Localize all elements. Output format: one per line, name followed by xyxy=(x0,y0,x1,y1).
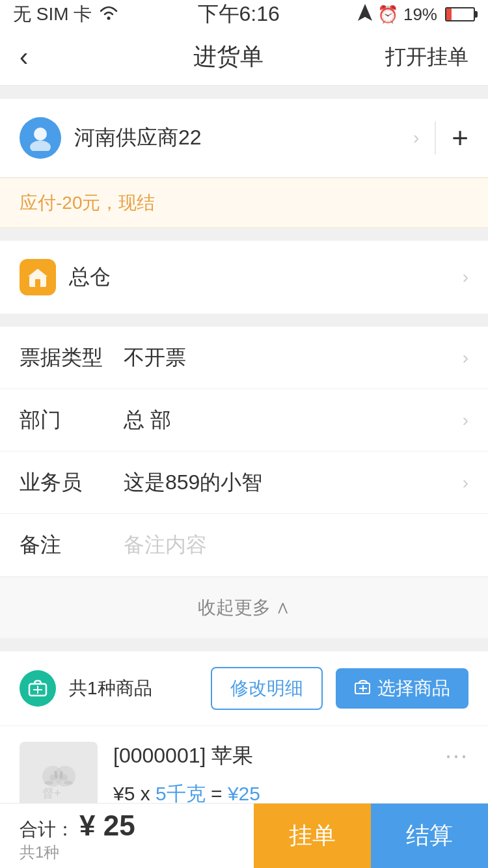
products-count: 共1种商品 xyxy=(69,676,198,701)
form-section: 票据类型 不开票 › 部门 总 部 › 业务员 这是859的小智 › 备注 备注… xyxy=(0,327,488,576)
status-bar: 无 SIM 卡 下午6:16 ⏰ 19% xyxy=(0,0,488,29)
product-name: [0000001] 苹果 xyxy=(113,742,429,770)
pending-label: 挂单 xyxy=(289,820,336,852)
svg-point-19 xyxy=(49,774,56,781)
back-button[interactable]: ‹ xyxy=(20,42,72,72)
supplier-divider xyxy=(435,122,436,154)
department-arrow-icon: › xyxy=(463,410,468,431)
footer-total: 合计： ¥ 25 共1种 xyxy=(0,809,254,863)
collapse-section[interactable]: 收起更多 ∧ xyxy=(0,576,488,638)
info-banner-text: 应付-20元，现结 xyxy=(20,193,155,213)
total-count: 共1种 xyxy=(20,842,234,863)
supplier-name: 河南供应商22 xyxy=(74,124,413,152)
invoice-type-label: 票据类型 xyxy=(20,344,111,372)
warehouse-arrow-icon: › xyxy=(463,267,468,288)
battery-icon xyxy=(445,7,475,21)
svg-point-3 xyxy=(30,141,51,151)
svg-point-20 xyxy=(61,774,68,781)
edit-detail-button[interactable]: 修改明细 xyxy=(211,667,323,710)
info-banner: 应付-20元，现结 xyxy=(0,178,488,228)
warehouse-icon xyxy=(20,259,56,295)
product-title: 苹果 xyxy=(211,744,253,767)
invoice-type-value: 不开票 xyxy=(111,344,463,372)
supplier-section: 河南供应商22 › + 应付-20元，现结 xyxy=(0,99,488,228)
battery-percent: 19% xyxy=(403,5,437,25)
svg-marker-5 xyxy=(28,269,47,277)
product-equals: = xyxy=(211,783,228,804)
total-amount: ¥ 25 xyxy=(79,809,135,842)
status-right: ⏰ 19% xyxy=(358,4,475,25)
alarm-icon: ⏰ xyxy=(377,5,398,25)
product-more-button[interactable]: ··· xyxy=(445,742,468,769)
product-id: [0000001] xyxy=(113,744,211,767)
status-time: 下午6:16 xyxy=(198,0,280,29)
salesperson-value: 这是859的小智 xyxy=(111,468,463,497)
svg-point-2 xyxy=(34,128,47,141)
svg-point-15 xyxy=(44,781,53,785)
status-left: 无 SIM 卡 xyxy=(13,2,119,27)
svg-rect-6 xyxy=(35,279,40,287)
page-title: 进货单 xyxy=(193,41,264,73)
svg-point-16 xyxy=(64,781,73,785)
select-product-label: 选择商品 xyxy=(377,676,450,701)
invoice-type-arrow-icon: › xyxy=(463,347,468,368)
pending-button[interactable]: 挂单 xyxy=(254,804,371,869)
department-row[interactable]: 部门 总 部 › xyxy=(0,389,488,452)
supplier-row[interactable]: 河南供应商22 › + xyxy=(0,99,488,178)
remarks-input[interactable]: 备注内容 xyxy=(111,531,468,560)
warehouse-row[interactable]: 总仓 › xyxy=(0,241,488,314)
salesperson-label: 业务员 xyxy=(20,468,111,497)
products-header: 共1种商品 修改明细 选择商品 xyxy=(0,651,488,726)
select-product-button[interactable]: 选择商品 xyxy=(336,668,468,709)
svg-text:督+: 督+ xyxy=(42,787,61,800)
salesperson-row[interactable]: 业务员 这是859的小智 › xyxy=(0,452,488,514)
open-pending-button[interactable]: 打开挂单 xyxy=(385,43,468,72)
supplier-avatar xyxy=(20,117,61,159)
product-total: ¥25 xyxy=(228,783,260,804)
department-label: 部门 xyxy=(20,406,111,435)
salesperson-arrow-icon: › xyxy=(463,472,468,493)
product-info: [0000001] 苹果 ¥5 x 5千克 = ¥25 xyxy=(113,742,429,807)
content: 河南供应商22 › + 应付-20元，现结 总仓 › 票据类型 不开票 › 部门 xyxy=(0,99,488,868)
product-unit-price: ¥5 x xyxy=(113,783,156,804)
carrier-label: 无 SIM 卡 xyxy=(13,2,92,27)
nav-bar: ‹ 进货单 打开挂单 xyxy=(0,29,488,86)
product-quantity: 5千克 xyxy=(156,783,206,804)
location-icon xyxy=(358,4,372,25)
collapse-label[interactable]: 收起更多 ∧ xyxy=(198,595,291,620)
department-value: 总 部 xyxy=(111,406,463,435)
settle-button[interactable]: 结算 xyxy=(371,804,488,869)
remarks-label: 备注 xyxy=(20,531,111,560)
products-icon xyxy=(20,670,56,707)
footer: 合计： ¥ 25 共1种 挂单 结算 xyxy=(0,803,488,868)
add-button[interactable]: + xyxy=(452,124,468,152)
invoice-type-row[interactable]: 票据类型 不开票 › xyxy=(0,327,488,389)
svg-point-0 xyxy=(107,17,111,20)
supplier-arrow-icon: › xyxy=(413,128,419,148)
settle-label: 结算 xyxy=(406,820,453,852)
warehouse-name: 总仓 xyxy=(69,263,463,292)
remarks-row[interactable]: 备注 备注内容 xyxy=(0,514,488,576)
wifi-icon xyxy=(98,4,119,25)
svg-marker-1 xyxy=(358,4,372,21)
total-label: 合计： xyxy=(20,817,74,842)
